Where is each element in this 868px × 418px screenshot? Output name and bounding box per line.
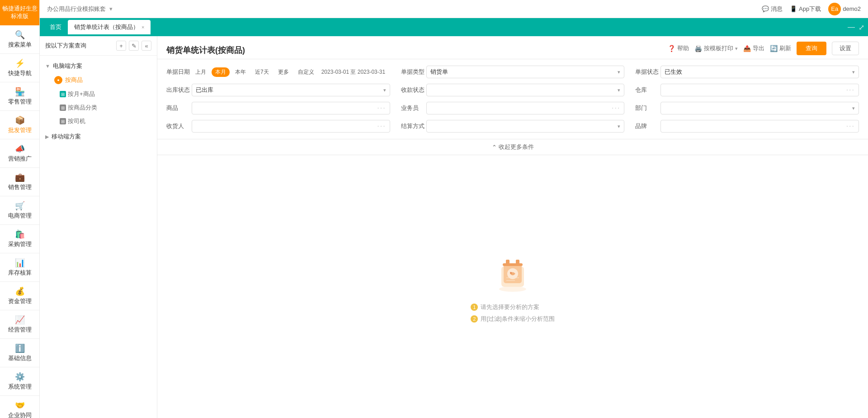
user-action[interactable]: Ea demo2 <box>828 3 861 15</box>
receiver-dots: ··· <box>377 122 386 130</box>
svg-rect-7 <box>516 260 519 265</box>
print-action[interactable]: 🖨️ 按模板打印 ▾ <box>694 44 738 52</box>
active-tab-label: 销货单统计表（按商品） <box>74 23 139 31</box>
scheme-goods-category-icon: ⊞ <box>60 104 66 111</box>
sidebar-item-inventory[interactable]: 📊 库存核算 <box>0 253 39 282</box>
left-panel: 按以下方案查询 + ✎ « ▼ 电脑端方案 <box>40 36 157 418</box>
message-action[interactable]: 💬 消息 <box>762 5 783 13</box>
date-this-year[interactable]: 本年 <box>231 67 250 77</box>
tip1-text: 请先选择要分析的方案 <box>481 303 539 311</box>
svg-point-0 <box>499 286 526 292</box>
collapse-label: 收起更多条件 <box>499 143 534 151</box>
empty-tips: 1 请先选择要分析的方案 2 用[过滤]条件来缩小分析范围 <box>471 303 554 323</box>
industry-dropdown-arrow[interactable]: ▾ <box>109 5 113 12</box>
sidebar-item-basic-label: 基础信息 <box>2 354 38 362</box>
page-title: 销货单统计表(按商品) <box>166 45 245 56</box>
retail-icon: 🏪 <box>2 87 38 97</box>
industry-label: 办公用品行业模拟账套 <box>47 5 106 13</box>
goods-dots: ··· <box>377 104 386 112</box>
sidebar-item-purchase[interactable]: 🛍️ 采购管理 <box>0 225 39 253</box>
brand-input[interactable]: ··· <box>660 120 859 133</box>
page-area: 按以下方案查询 + ✎ « ▼ 电脑端方案 <box>40 36 868 418</box>
staff-label: 业务员 <box>401 104 426 112</box>
scheme-item-goods-category-label: 按商品分类 <box>68 104 97 112</box>
print-dropdown-icon: ▾ <box>735 46 738 52</box>
collectstatus-label: 收款状态 <box>401 86 426 94</box>
content-area: 1 请先选择要分析的方案 2 用[过滤]条件来缩小分析范围 <box>157 155 868 418</box>
sidebar-item-wholesale-label: 批发管理 <box>2 126 38 134</box>
settings-button[interactable]: 设置 <box>832 42 859 55</box>
scheme-item-driver[interactable]: ⊞ 按司机 <box>43 114 157 128</box>
sidebar-item-quicknav[interactable]: ⚡ 快捷导航 <box>0 54 39 82</box>
sidebar-item-enterprise[interactable]: 🤝 企业协同 <box>0 396 39 418</box>
add-scheme-button[interactable]: + <box>116 41 126 51</box>
sidebar-item-search[interactable]: 🔍 搜索菜单 <box>0 25 39 54</box>
staff-input[interactable]: ··· <box>426 102 625 114</box>
collapse-icon: « <box>145 43 148 49</box>
collapse-bar[interactable]: ⌃ 收起更多条件 <box>157 139 868 155</box>
avatar: Ea <box>828 3 841 15</box>
sidebar-item-system-label: 系统管理 <box>2 383 38 391</box>
goods-input[interactable]: ··· <box>192 102 390 114</box>
sidebar-item-operations[interactable]: 📈 经营管理 <box>0 310 39 339</box>
enterprise-icon: 🤝 <box>2 400 38 410</box>
help-action[interactable]: ❓ 帮助 <box>668 44 689 52</box>
help-icon: ❓ <box>668 45 675 52</box>
sidebar-item-finance[interactable]: 💰 资金管理 <box>0 282 39 310</box>
scheme-group-mobile-header[interactable]: ▶ 移动端方案 <box>40 130 157 143</box>
doctype-select[interactable]: 销货单 ▾ <box>426 66 625 78</box>
dept-arrow-icon: ▾ <box>852 105 855 111</box>
user-name: demo2 <box>843 5 861 12</box>
date-last-month[interactable]: 上月 <box>192 67 210 77</box>
outstatus-select[interactable]: 已出库 ▾ <box>192 84 390 96</box>
refresh-action[interactable]: 🔄 刷新 <box>770 44 791 52</box>
receiver-label: 收货人 <box>166 122 192 130</box>
svg-point-4 <box>510 272 512 274</box>
tab-close-button[interactable]: × <box>142 24 144 30</box>
date-custom[interactable]: 自定义 <box>294 67 318 77</box>
payment-select[interactable]: ▾ <box>426 120 625 133</box>
tip2-num: 2 <box>471 315 478 323</box>
scheme-group-pc-header[interactable]: ▼ 电脑端方案 <box>40 59 157 73</box>
scheme-item-month-goods[interactable]: ⊞ 按月+商品 <box>43 87 157 101</box>
collapse-panel-button[interactable]: « <box>142 41 151 51</box>
filter-brand-field: 品牌 ··· <box>635 120 859 133</box>
query-button[interactable]: 查询 <box>797 42 826 55</box>
app-download-action[interactable]: 📱 App下载 <box>790 5 821 13</box>
sidebar-item-sales[interactable]: 💼 销售管理 <box>0 168 39 196</box>
sidebar-item-retail[interactable]: 🏪 零售管理 <box>0 82 39 111</box>
scheme-item-goods-category[interactable]: ⊞ 按商品分类 <box>43 101 157 114</box>
ecommerce-icon: 🛒 <box>2 201 38 211</box>
warehouse-input[interactable]: ··· <box>660 84 859 96</box>
main-content: 办公用品行业模拟账套 ▾ 💬 消息 📱 App下载 Ea demo2 首页 <box>40 0 868 418</box>
sidebar-item-ecommerce[interactable]: 🛒 电商管理 <box>0 196 39 225</box>
header-left: 办公用品行业模拟账套 ▾ <box>47 5 113 13</box>
filter-collectstatus-field: 收款状态 ▾ <box>401 84 625 96</box>
print-icon: 🖨️ <box>694 45 702 52</box>
tab-maximize-button[interactable]: ⤢ <box>859 23 864 32</box>
export-icon: 📤 <box>743 45 751 52</box>
date-control: 上月 本月 本年 近7天 更多 自定义 2023-03-01 至 2023-03… <box>192 67 390 77</box>
dept-select[interactable]: ▾ <box>660 102 859 114</box>
date-last-7days[interactable]: 近7天 <box>251 67 273 77</box>
date-this-month[interactable]: 本月 <box>212 67 230 77</box>
refresh-label: 刷新 <box>779 44 791 52</box>
filter-outstatus-field: 出库状态 已出库 ▾ <box>166 84 390 96</box>
export-action[interactable]: 📤 导出 <box>743 44 764 52</box>
collectstatus-select[interactable]: ▾ <box>426 84 625 96</box>
collectstatus-arrow-icon: ▾ <box>618 87 620 93</box>
sidebar-item-enterprise-label: 企业协同 <box>2 411 38 418</box>
edit-scheme-button[interactable]: ✎ <box>129 41 139 51</box>
tab-active[interactable]: 销货单统计表（按商品） × <box>68 20 151 34</box>
scheme-item-goods[interactable]: ● 按商品 <box>43 73 157 87</box>
tab-minimize-button[interactable]: — <box>848 23 855 32</box>
date-more[interactable]: 更多 <box>274 67 292 77</box>
sidebar-item-wholesale[interactable]: 📦 批发管理 <box>0 111 39 139</box>
receiver-input[interactable]: ··· <box>192 120 390 133</box>
docstatus-select[interactable]: 已生效 ▾ <box>660 66 859 78</box>
export-label: 导出 <box>753 44 764 52</box>
tab-home[interactable]: 首页 <box>43 20 68 34</box>
sidebar-item-basic[interactable]: ℹ️ 基础信息 <box>0 339 39 367</box>
sidebar-item-system[interactable]: ⚙️ 系统管理 <box>0 367 39 396</box>
sidebar-item-marketing[interactable]: 📣 营销推广 <box>0 139 39 168</box>
